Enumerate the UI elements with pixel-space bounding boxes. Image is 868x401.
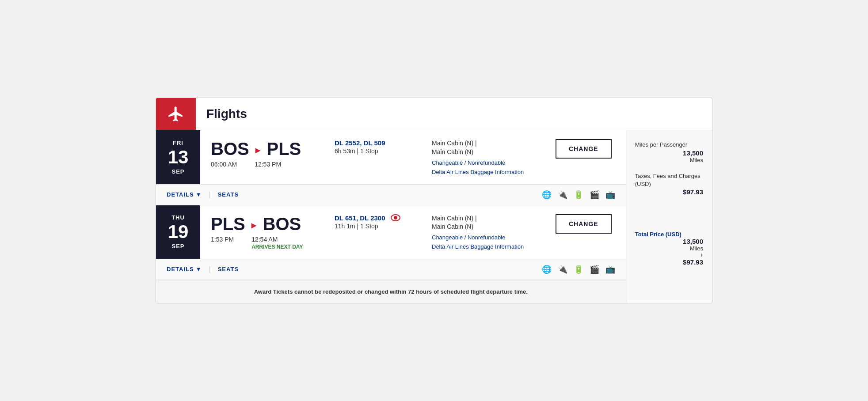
wifi-icon: 🌐	[542, 190, 552, 200]
flight1-policy-link[interactable]: Changeable / Nonrefundable	[432, 159, 547, 166]
flight1-separator: |	[209, 191, 211, 199]
flight1-arrive-time: 12:53 PM	[255, 161, 281, 168]
flight1-seats-button[interactable]: SEATS	[218, 191, 239, 198]
taxes-value: $97.93	[635, 188, 703, 196]
footer-notice: Award Tickets cannot be redeposited or c…	[156, 280, 626, 303]
flight2-numbers: DL 651, DL 2300	[335, 214, 385, 222]
flight2-date: THU 19 SEP	[156, 205, 200, 259]
flight2-month: SEP	[171, 243, 184, 250]
flight2-arrive-time: 12:54 AM	[251, 236, 278, 243]
flight2-policy-link[interactable]: Changeable / Nonrefundable	[432, 234, 547, 241]
flight2-airports: PLS ► BOS	[211, 214, 326, 234]
pricing-sidebar: Miles per Passenger 13,500 Miles Taxes, …	[626, 130, 712, 303]
flight2-baggage-link[interactable]: Delta Air Lines Baggage Information	[432, 243, 547, 250]
flight1-month: SEP	[171, 168, 184, 175]
flight1-amenities: 🌐 🔌 🔋 🎬 📺	[542, 190, 615, 200]
flight2-details-chevron: ▼	[196, 266, 202, 272]
flight1-baggage-link[interactable]: Delta Air Lines Baggage Information	[432, 169, 547, 175]
flight1-day-name: FRI	[173, 140, 183, 146]
video-icon-2: 🎬	[590, 265, 599, 274]
flight2-arrow-icon: ►	[250, 220, 259, 231]
flight2-amenities: 🌐 🔌 🔋 🎬 📺	[542, 265, 615, 274]
taxes-label: Taxes, Fees and Charges (USD)	[635, 172, 703, 188]
flight1-destination: PLS	[266, 139, 301, 159]
flight1-details-chevron: ▼	[196, 191, 202, 198]
usb-icon: 🔋	[574, 190, 583, 200]
flight1-info: BOS ► PLS 06:00 AM 12:53 PM DL 2552, DL …	[200, 130, 626, 184]
miles-unit: Miles	[635, 157, 703, 163]
flights-card: Flights FRI 13 SEP BOS ► PLS	[156, 98, 712, 303]
total-taxes: $97.93	[635, 258, 703, 266]
flight1-main-row: BOS ► PLS 06:00 AM 12:53 PM DL 2552, DL …	[211, 139, 615, 175]
flight1-cabin1: Main Cabin (N) |	[432, 139, 547, 148]
flight2-details-col: DL 651, DL 2300 11h 1m | 1 Stop	[335, 214, 423, 230]
flight1-details-button[interactable]: DETAILS ▼	[167, 191, 202, 198]
flight1-arrow-icon: ►	[254, 145, 263, 155]
flight2-cabin2: Main Cabin (N)	[432, 223, 547, 231]
flight2-times: 1:53 PM 12:54 AM ARRIVES NEXT DAY	[211, 236, 326, 250]
taxes-fees: Taxes, Fees and Charges (USD) $97.93	[635, 172, 703, 196]
flight2-main-row: PLS ► BOS 1:53 PM 12:54 AM ARRIVES NEXT …	[211, 214, 615, 250]
flight1-airports-times: BOS ► PLS 06:00 AM 12:53 PM	[211, 139, 326, 168]
flight-row-1: FRI 13 SEP BOS ► PLS 06:00 AM	[156, 130, 626, 184]
total-label: Total Price (USD)	[635, 231, 703, 238]
page-header: Flights	[156, 98, 712, 130]
flight1-numbers: DL 2552, DL 509	[335, 139, 423, 147]
flight2-details-label: DETAILS	[167, 266, 194, 272]
flight1-date: FRI 13 SEP	[156, 130, 200, 184]
flight1-cabin-col: Main Cabin (N) | Main Cabin (N) Changeab…	[432, 139, 547, 175]
flight2-airports-times: PLS ► BOS 1:53 PM 12:54 AM ARRIVES NEXT …	[211, 214, 326, 250]
flight2-destination: BOS	[263, 214, 301, 234]
total-miles: 13,500	[635, 238, 703, 245]
flight1-times: 06:00 AM 12:53 PM	[211, 161, 326, 168]
flight1-details-label: DETAILS	[167, 191, 194, 198]
flight1-change-button[interactable]: CHANGE	[556, 139, 612, 159]
miles-per-passenger: Miles per Passenger 13,500 Miles	[635, 141, 703, 163]
flight2-day-num: 19	[168, 223, 189, 241]
flight2-details-button[interactable]: DETAILS ▼	[167, 266, 202, 272]
flight2-duration: 11h 1m | 1 Stop	[335, 223, 423, 230]
flight2-arrives-next: ARRIVES NEXT DAY	[251, 244, 303, 250]
power-icon: 🔌	[558, 190, 567, 200]
flight1-duration: 6h 53m | 1 Stop	[335, 148, 423, 155]
flight1-details-row: DETAILS ▼ | SEATS 🌐 🔌 🔋 🎬 📺	[156, 185, 626, 205]
total-plus: +	[635, 252, 703, 258]
flight1-origin: BOS	[211, 139, 249, 159]
flight2-day-name: THU	[171, 214, 185, 221]
flight2-cabin1: Main Cabin (N) |	[432, 214, 547, 223]
flight2-seats-button[interactable]: SEATS	[218, 266, 239, 272]
plane-icon	[167, 105, 185, 123]
main-content: FRI 13 SEP BOS ► PLS 06:00 AM	[156, 130, 712, 303]
flight2-arrive-block: 12:54 AM ARRIVES NEXT DAY	[251, 236, 303, 250]
flight2-origin: PLS	[211, 214, 245, 234]
flight1-airports: BOS ► PLS	[211, 139, 326, 159]
total-section: Total Price (USD) 13,500 Miles + $97.93	[635, 231, 703, 266]
miles-value: 13,500	[635, 149, 703, 157]
monitor-icon: 📺	[605, 190, 615, 200]
footer-notice-text: Award Tickets cannot be redeposited or c…	[254, 288, 528, 295]
wifi-icon-2: 🌐	[542, 265, 552, 274]
video-icon: 🎬	[590, 190, 599, 200]
page-title: Flights	[196, 107, 247, 121]
usb-icon-2: 🔋	[574, 265, 583, 274]
flight2-separator: |	[209, 265, 211, 273]
flight2-depart-time: 1:53 PM	[211, 236, 234, 250]
miles-label: Miles per Passenger	[635, 141, 703, 149]
flights-section: FRI 13 SEP BOS ► PLS 06:00 AM	[156, 130, 626, 303]
flight2-info: PLS ► BOS 1:53 PM 12:54 AM ARRIVES NEXT …	[200, 205, 626, 259]
total-miles-unit: Miles	[635, 245, 703, 252]
flight1-depart-time: 06:00 AM	[211, 161, 237, 168]
flight-row-2: THU 19 SEP PLS ► BOS 1:53 PM	[156, 205, 626, 259]
flight1-change-wrapper: CHANGE	[556, 139, 615, 159]
header-icon-bg	[156, 98, 196, 130]
flight1-cabin2: Main Cabin (N)	[432, 148, 547, 157]
flight1-details-col: DL 2552, DL 509 6h 53m | 1 Stop	[335, 139, 423, 155]
flight2-details-row: DETAILS ▼ | SEATS 🌐 🔌 🔋 🎬 📺	[156, 259, 626, 280]
flight2-change-wrapper: CHANGE	[556, 214, 615, 234]
flight2-change-button[interactable]: CHANGE	[556, 214, 612, 234]
monitor-icon-2: 📺	[605, 265, 615, 274]
eye-icon	[391, 214, 400, 221]
flight1-day-num: 13	[168, 148, 189, 166]
power-icon-2: 🔌	[558, 265, 567, 274]
flight2-cabin-col: Main Cabin (N) | Main Cabin (N) Changeab…	[432, 214, 547, 250]
